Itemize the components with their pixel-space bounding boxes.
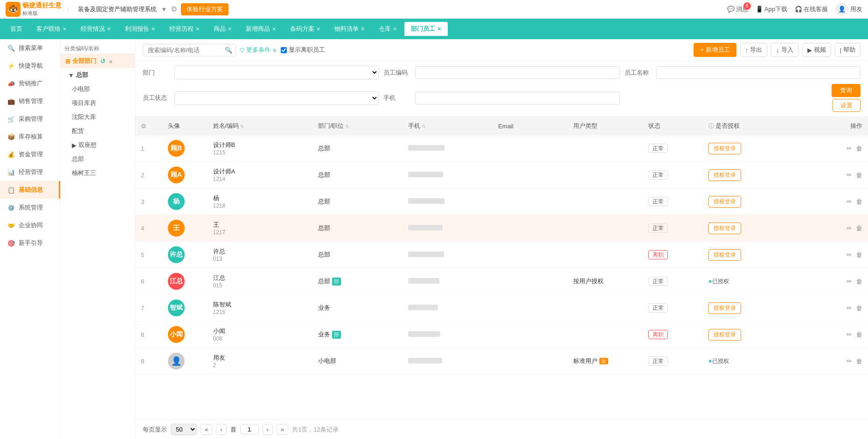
- dept-item-zb[interactable]: 总部: [61, 152, 135, 166]
- sidebar-item-search[interactable]: 🔍 搜索菜单: [0, 39, 60, 57]
- search-submit-icon[interactable]: 🔍: [225, 47, 232, 54]
- sidebar-item-corp[interactable]: 🤝 企业协同: [0, 216, 60, 234]
- th-dept[interactable]: 部门/职位 ⇅: [312, 117, 403, 135]
- reset-btn[interactable]: 设置: [833, 99, 861, 112]
- filter-dept-select[interactable]: [174, 66, 379, 79]
- warehouse-close[interactable]: ✕: [393, 26, 397, 32]
- sidebar-item-sales[interactable]: 💼 销售管理: [0, 92, 60, 110]
- more-filter-btn[interactable]: ▽ 更多条件 ∧: [240, 46, 277, 54]
- last-page-btn[interactable]: »: [277, 424, 288, 435]
- page-size-select[interactable]: 50 20 100: [171, 424, 197, 435]
- help-btn[interactable]: | 帮助: [835, 43, 861, 57]
- nav-item-goods[interactable]: 商品 ✕: [207, 22, 238, 36]
- refresh-icon[interactable]: ↺: [100, 58, 105, 65]
- add-employee-btn[interactable]: + 新增员工: [694, 43, 736, 57]
- edit-icon[interactable]: ✏: [847, 251, 852, 258]
- filter-status-select[interactable]: [174, 91, 379, 105]
- auth-btn[interactable]: 授权登录: [708, 196, 741, 208]
- next-page-btn[interactable]: ›: [263, 424, 273, 435]
- view-btn[interactable]: ▶ 视频: [802, 43, 831, 57]
- first-page-btn[interactable]: «: [201, 424, 212, 435]
- process-close[interactable]: ✕: [195, 26, 200, 32]
- nav-item-operation[interactable]: 经营情况 ✕: [74, 22, 118, 36]
- show-resigned-checkbox[interactable]: [281, 47, 287, 53]
- dept-item-xd[interactable]: 小电部: [61, 82, 135, 96]
- bom-close[interactable]: ✕: [361, 26, 365, 32]
- sys-dropdown-btn[interactable]: ▼: [160, 6, 167, 13]
- nav-item-home[interactable]: 首页: [4, 22, 29, 36]
- auth-btn[interactable]: 授权登录: [708, 329, 741, 341]
- auth-btn[interactable]: 授权登录: [708, 223, 741, 234]
- user-avatar[interactable]: 👤 用友: [835, 3, 862, 16]
- auth-btn[interactable]: 授权登录: [708, 249, 741, 261]
- th-name[interactable]: 姓名/编码 ⇅: [208, 117, 312, 135]
- experience-btn[interactable]: 体验行业方案: [181, 3, 229, 15]
- edit-icon[interactable]: ✏: [847, 224, 852, 232]
- auth-btn[interactable]: 授权登录: [708, 302, 741, 314]
- show-resigned-label[interactable]: 显示离职员工: [281, 46, 325, 54]
- settings-btn[interactable]: ⚙: [171, 5, 177, 14]
- filter-code-input[interactable]: [415, 66, 619, 79]
- auth-btn[interactable]: 授权登录: [708, 169, 741, 181]
- edit-icon[interactable]: ✏: [847, 171, 852, 179]
- th-phone[interactable]: 手机 ⇅: [403, 117, 493, 135]
- delete-icon[interactable]: 🗑: [856, 145, 862, 152]
- sidebar-item-basic[interactable]: 📋 基础信息: [0, 181, 60, 199]
- sidebar-item-guide[interactable]: 🎯 新手引导: [0, 234, 60, 252]
- sidebar-item-purchase[interactable]: 🛒 采购管理: [0, 110, 60, 128]
- delete-icon[interactable]: 🗑: [856, 278, 862, 285]
- sidebar-item-shortcut[interactable]: ⚡ 快捷导航: [0, 57, 60, 75]
- search-input[interactable]: [143, 44, 236, 56]
- nav-item-process[interactable]: 经营历程 ✕: [163, 22, 206, 36]
- edit-icon[interactable]: ✏: [847, 357, 852, 365]
- import-btn[interactable]: ↓ 导入: [771, 43, 799, 57]
- dept-item-nsw[interactable]: 楠树王三: [61, 166, 135, 180]
- prev-page-btn[interactable]: ‹: [216, 424, 226, 435]
- nav-item-warehouse[interactable]: 仓库 ✕: [372, 22, 403, 36]
- auth-btn[interactable]: 授权登录: [708, 143, 741, 154]
- settings-col-icon[interactable]: ⚙: [141, 123, 146, 130]
- barcode-close[interactable]: ✕: [316, 26, 320, 32]
- filter-name-input[interactable]: [656, 66, 861, 79]
- dept-item-zongbu-group[interactable]: ▼ 总部: [61, 68, 135, 82]
- delete-icon[interactable]: 🗑: [856, 304, 862, 312]
- edit-icon[interactable]: ✏: [847, 198, 852, 205]
- nav-item-bom[interactable]: 物料清单 ✕: [328, 22, 371, 36]
- page-input[interactable]: [240, 425, 259, 434]
- goods-close[interactable]: ✕: [228, 26, 232, 32]
- nav-item-barcode[interactable]: 条码方案 ✕: [284, 22, 327, 36]
- dept-item-sydk[interactable]: 沈阳大库: [61, 110, 135, 124]
- export-btn[interactable]: ↑ 导出: [740, 43, 768, 57]
- employee-close[interactable]: ✕: [437, 26, 441, 32]
- nav-item-profit[interactable]: 利润报告 ✕: [118, 22, 162, 36]
- dept-item-xmkf[interactable]: 项目库房: [61, 96, 135, 110]
- delete-icon[interactable]: 🗑: [856, 224, 862, 232]
- support[interactable]: 🎧 在线客服: [795, 5, 828, 14]
- nav-item-customer[interactable]: 客户联络 ✕: [30, 22, 73, 36]
- delete-icon[interactable]: 🗑: [856, 171, 862, 179]
- nav-item-new-goods[interactable]: 新增商品 ✕: [239, 22, 283, 36]
- customer-close[interactable]: ✕: [62, 26, 67, 32]
- delete-icon[interactable]: 🗑: [856, 357, 862, 365]
- delete-icon[interactable]: 🗑: [856, 331, 862, 338]
- dept-item-ph[interactable]: 配货: [61, 124, 135, 138]
- operation-close[interactable]: ✕: [107, 26, 111, 32]
- sidebar-item-inventory[interactable]: 📦 库存核算: [0, 128, 60, 146]
- filter-phone-input[interactable]: [415, 92, 619, 105]
- query-btn[interactable]: 查询: [832, 84, 861, 97]
- edit-icon[interactable]: ✏: [847, 304, 852, 312]
- edit-icon[interactable]: ✏: [847, 278, 852, 285]
- delete-icon[interactable]: 🗑: [856, 251, 862, 258]
- message-badge[interactable]: 💬 6 消息: [727, 5, 748, 14]
- dept-item-szx[interactable]: ▶ 双座想: [61, 138, 135, 152]
- sidebar-item-system[interactable]: ⚙️ 系统管理: [0, 199, 60, 216]
- app-download[interactable]: 📱 App下载: [756, 5, 787, 14]
- dept-search-input[interactable]: [64, 45, 134, 52]
- edit-icon[interactable]: ✏: [847, 331, 852, 338]
- dept-all-item[interactable]: ⊞ 全部部门 ↺ «: [61, 54, 135, 68]
- collapse-icon[interactable]: «: [109, 58, 112, 65]
- sidebar-item-finance[interactable]: 💰 资金管理: [0, 146, 60, 163]
- sidebar-item-operation[interactable]: 📊 经营管理: [0, 163, 60, 181]
- profit-close[interactable]: ✕: [151, 26, 155, 32]
- delete-icon[interactable]: 🗑: [856, 198, 862, 205]
